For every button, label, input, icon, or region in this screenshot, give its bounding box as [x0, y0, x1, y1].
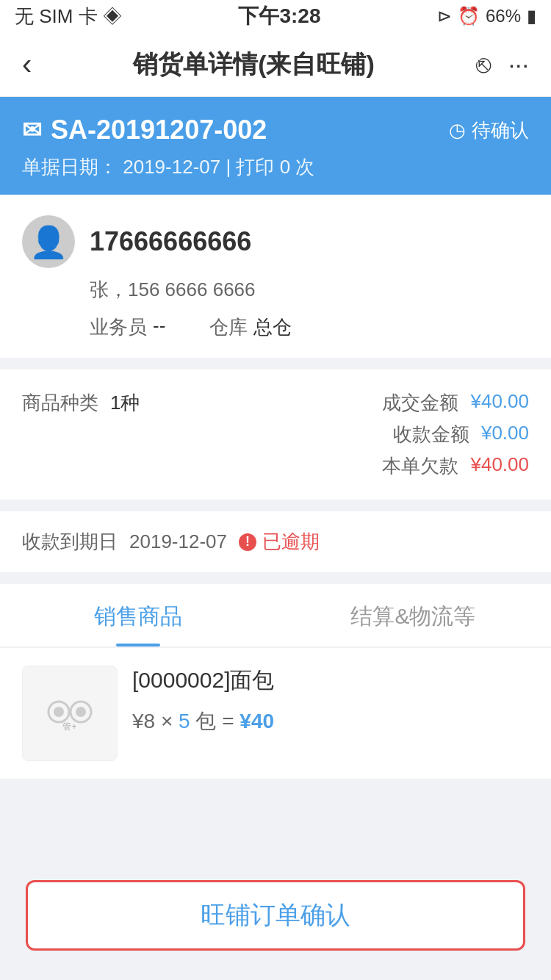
due-date-value: 2019-12-07 — [129, 530, 227, 553]
sales-label: 业务员 — [90, 314, 147, 340]
customer-row: 👤 17666666666 — [22, 215, 529, 268]
warehouse-label: 仓库 — [209, 314, 248, 340]
battery-icon: ▮ — [527, 6, 536, 26]
page-title: 销货单详情(来自旺铺) — [133, 48, 375, 82]
alarm-icon: ⏰ — [458, 6, 480, 26]
avatar: 👤 — [22, 215, 75, 268]
status-right: ⊳ ⏰ 66% ▮ — [437, 6, 536, 26]
amount-value: ¥40.00 — [470, 390, 529, 416]
confirm-order-button[interactable]: 旺铺订单确认 — [26, 880, 525, 951]
tabs-section: 销售商品 结算&物流等 — [0, 584, 551, 647]
share-icon[interactable]: ⎋ — [476, 50, 491, 79]
product-price: ¥8 × 5 包 = ¥40 — [132, 707, 529, 735]
tab-settlement-label: 结算&物流等 — [350, 604, 475, 628]
owed-label: 本单欠款 — [382, 453, 458, 479]
price-multiplier: × — [161, 710, 179, 732]
product-row: 管+ [0000002]面包 ¥8 × 5 包 = ¥40 — [22, 666, 529, 761]
tab-sales-products[interactable]: 销售商品 — [0, 584, 276, 646]
summary-row: 商品种类 1种 成交金额 ¥40.00 收款金额 ¥0.00 本单欠款 ¥40.… — [22, 390, 529, 479]
svg-point-3 — [76, 707, 86, 717]
category-value: 1种 — [110, 390, 140, 416]
order-header-card: ✉ SA-20191207-002 ◷ 待确认 单据日期： 2019-12-07… — [0, 97, 551, 195]
product-total: ¥40 — [240, 710, 274, 732]
avatar-icon: 👤 — [29, 224, 68, 260]
customer-section: 👤 17666666666 张，156 6666 6666 业务员 -- 仓库 … — [0, 195, 551, 358]
warehouse-value: 总仓 — [253, 314, 292, 340]
sales-value: -- — [153, 314, 165, 340]
date-value: 2019-12-07 — [123, 156, 220, 178]
product-info: [0000002]面包 ¥8 × 5 包 = ¥40 — [132, 666, 529, 735]
due-date-label: 收款到期日 — [22, 529, 118, 555]
overdue-badge: ! 已逾期 — [239, 529, 320, 555]
warehouse-meta: 仓库 总仓 — [209, 314, 292, 340]
category-label: 商品种类 — [22, 390, 98, 416]
confirm-btn-container: 旺铺订单确认 — [26, 880, 525, 951]
svg-point-2 — [54, 707, 64, 717]
amount-row: 成交金额 ¥40.00 — [382, 390, 529, 416]
back-button[interactable]: ‹ — [22, 48, 32, 81]
customer-phone: 17666666666 — [90, 226, 251, 257]
equals-sign: = — [222, 710, 240, 732]
location-icon: ⊳ — [437, 6, 452, 26]
sim-label: 无 SIM 卡 ◈ — [15, 4, 122, 29]
order-id: ✉ SA-20191207-002 — [22, 115, 267, 145]
summary-section: 商品种类 1种 成交金额 ¥40.00 收款金额 ¥0.00 本单欠款 ¥40.… — [0, 370, 551, 500]
order-status: ◷ 待确认 — [449, 118, 529, 143]
sales-meta: 业务员 -- — [90, 314, 165, 340]
received-label: 收款金额 — [393, 422, 469, 447]
received-row: 收款金额 ¥0.00 — [393, 422, 529, 447]
product-unit: 包 — [195, 710, 216, 732]
battery-label: 66% — [486, 6, 521, 26]
summary-left: 商品种类 1种 — [22, 390, 140, 416]
owed-value: ¥40.00 — [470, 453, 529, 479]
date-label: 单据日期： — [22, 156, 118, 178]
status-left: 无 SIM 卡 ◈ — [15, 4, 122, 29]
price-value: ¥8 — [132, 710, 155, 732]
status-clock-icon: ◷ — [449, 119, 466, 142]
status-bar: 无 SIM 卡 ◈ 下午3:28 ⊳ ⏰ 66% ▮ — [0, 0, 551, 32]
tab-settlement[interactable]: 结算&物流等 — [276, 584, 551, 646]
overdue-dot-icon: ! — [239, 533, 256, 551]
print-info: | 打印 0 次 — [226, 156, 314, 178]
customer-meta: 业务员 -- 仓库 总仓 — [90, 314, 529, 340]
amount-label: 成交金额 — [382, 390, 458, 416]
received-value: ¥0.00 — [481, 422, 529, 447]
order-icon: ✉ — [22, 116, 42, 144]
tabs-row: 销售商品 结算&物流等 — [0, 584, 551, 647]
svg-text:管+: 管+ — [62, 721, 76, 732]
product-name: [0000002]面包 — [132, 666, 529, 696]
tab-sales-label: 销售商品 — [94, 604, 182, 628]
overdue-text: 已逾期 — [262, 529, 320, 555]
product-image: 管+ — [22, 666, 118, 761]
nav-bar: ‹ 销货单详情(来自旺铺) ⎋ ··· — [0, 32, 551, 97]
more-icon[interactable]: ··· — [508, 50, 529, 79]
summary-right: 成交金额 ¥40.00 收款金额 ¥0.00 本单欠款 ¥40.00 — [382, 390, 529, 479]
product-logo-svg: 管+ — [40, 691, 99, 735]
customer-name: 张，156 6666 6666 — [90, 277, 529, 303]
product-section: 管+ [0000002]面包 ¥8 × 5 包 = ¥40 — [0, 648, 551, 779]
order-date-row: 单据日期： 2019-12-07 | 打印 0 次 — [22, 154, 529, 180]
nav-actions: ⎋ ··· — [476, 50, 529, 79]
status-time: 下午3:28 — [238, 2, 320, 30]
status-text: 待确认 — [472, 118, 529, 143]
owed-row: 本单欠款 ¥40.00 — [382, 453, 529, 479]
order-id-text: SA-20191207-002 — [51, 115, 267, 145]
product-qty: 5 — [179, 710, 190, 732]
due-date-section: 收款到期日 2019-12-07 ! 已逾期 — [0, 511, 551, 572]
